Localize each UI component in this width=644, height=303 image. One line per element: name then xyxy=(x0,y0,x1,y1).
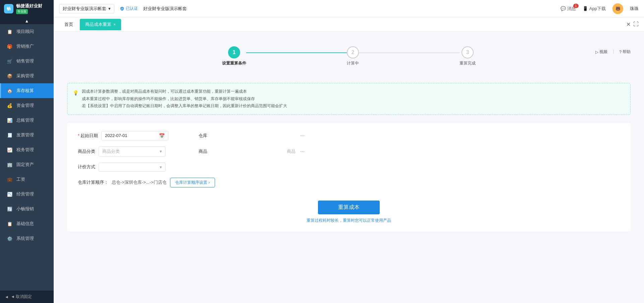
sidebar-item-tax[interactable]: 📈 税务管理 xyxy=(0,142,54,157)
category-select[interactable]: 商品分类 ▾ xyxy=(99,146,166,157)
category-placeholder: 商品分类 xyxy=(102,148,120,155)
start-date-label: * 起始日期 xyxy=(78,133,98,139)
step-3: 3 重算完成 xyxy=(460,46,476,66)
warehouse-group: 仓库 ··· xyxy=(199,133,306,139)
warehouse-select-btn[interactable]: ··· xyxy=(299,133,306,139)
warehouse-order-row: 仓库计算顺序： 总仓->深圳仓库->...->门店仓 仓库计算顺序设置 › xyxy=(78,178,620,187)
sidebar-item-label: 发票管理 xyxy=(16,132,34,138)
sidebar-item-label: 税务管理 xyxy=(16,147,34,153)
sidebar-item-purchase[interactable]: 📦 采购管理 xyxy=(0,69,54,83)
recalc-button[interactable]: 重算成本 xyxy=(318,201,380,214)
tab-close-icon[interactable]: × xyxy=(113,22,116,27)
finance-icon: 💰 xyxy=(6,102,13,109)
accounting-icon: 📊 xyxy=(6,117,13,124)
sidebar-pin-toggle[interactable]: ◄ ◄ 取消固定 xyxy=(0,291,54,303)
sidebar-item-project[interactable]: 📋 项目顾问 xyxy=(0,24,54,39)
sidebar-item-basic[interactable]: 📋 基础信息 xyxy=(0,216,54,231)
steps-help-area: ▷ 视频 | ? 帮助 xyxy=(595,49,631,55)
sidebar-item-sales[interactable]: 🛒 销售管理 xyxy=(0,54,54,69)
chevron-right-icon: › xyxy=(209,180,210,185)
recalc-tab-label: 商品成本重算 xyxy=(85,21,111,28)
sidebar-item-invoice[interactable]: 🧾 发票管理 xyxy=(0,128,54,142)
sidebar-item-label: 工资 xyxy=(16,176,25,182)
inventory-icon: 🏠 xyxy=(6,87,13,94)
step-3-label: 重算完成 xyxy=(460,60,476,66)
step-1-label: 设置重算条件 xyxy=(222,60,246,66)
sidebar-item-marketing[interactable]: 🎁 营销推广 xyxy=(0,39,54,54)
account-name: 好业财专业版演示帐套 xyxy=(63,6,106,12)
sidebar-header: 畅 畅捷通好业财 专业版 xyxy=(0,0,54,17)
system-icon: ⚙️ xyxy=(6,235,13,242)
play-icon: ▷ xyxy=(595,50,598,54)
form-row-1: * 起始日期 2022-07-01 📅 仓库 ··· xyxy=(78,131,620,140)
category-label: 商品分类 xyxy=(78,148,95,155)
sidebar-item-label: 营销推广 xyxy=(16,43,34,49)
tab-home[interactable]: 首页 xyxy=(59,19,78,30)
avatar-bear-icon: 🐻 xyxy=(615,6,621,11)
help-label: 帮助 xyxy=(623,49,631,55)
sidebar-item-label: 固定资产 xyxy=(16,162,34,168)
info-line-1: 因成本计算参数调整，或是对商品成本有疑问时，可以通过成本重算功能，重新计算一遍成… xyxy=(82,88,287,95)
warehouse-order-value: 总仓->深圳仓库->...->门店仓 xyxy=(112,179,167,185)
start-date-input[interactable]: 2022-07-01 📅 xyxy=(101,131,168,140)
sidebar-item-inventory[interactable]: 🏠 库存核算 xyxy=(0,83,54,98)
step-2-label: 计算中 xyxy=(347,60,359,66)
sidebar-item-label: 系统管理 xyxy=(16,235,34,242)
price-method-select[interactable]: ▾ xyxy=(99,163,166,172)
app-logo: 畅 xyxy=(4,4,13,13)
sidebar-item-system[interactable]: ⚙️ 系统管理 xyxy=(0,231,54,246)
video-link[interactable]: ▷ 视频 xyxy=(595,49,607,55)
assets-icon: 🏢 xyxy=(6,161,13,168)
user-avatar[interactable]: 🐻 xyxy=(612,3,623,14)
price-dropdown-icon: ▾ xyxy=(160,165,162,170)
basic-icon: 📋 xyxy=(6,220,13,227)
info-line-3: 若【系统设置】中启用了自动调整记账日期时，会调整入库单的整单记账日期，因此重新计… xyxy=(82,102,287,110)
purchase-icon: 📦 xyxy=(6,73,13,79)
main-content: 好业财专业版演示帐套 ▾ 已认证 好业财专业版演示帐套 💬 消息 1 📱 App… xyxy=(54,0,644,303)
help-link[interactable]: ? 帮助 xyxy=(619,49,631,55)
phone-icon: 📱 xyxy=(583,6,588,11)
sidebar-item-finance[interactable]: 💰 资金管理 xyxy=(0,98,54,113)
sidebar-item-label: 采购管理 xyxy=(16,73,34,79)
sidebar-nav: 📋 项目顾问 🎁 营销推广 🛒 销售管理 📦 采购管理 🏠 库存核算 💰 资金管… xyxy=(0,24,54,291)
close-window-btn[interactable]: ✕ xyxy=(626,21,631,28)
marketing-icon: 🎁 xyxy=(6,43,13,50)
app-download-label: App下载 xyxy=(589,6,606,12)
report-icon: 🔄 xyxy=(6,206,13,212)
category-dropdown-icon: ▾ xyxy=(160,149,162,154)
sidebar-item-assets[interactable]: 🏢 固定资产 xyxy=(0,157,54,172)
topbar-right: 💬 消息 1 📱 App下载 🐻 珠珠 xyxy=(560,3,639,14)
message-action[interactable]: 💬 消息 1 xyxy=(560,6,576,12)
app-title: 畅捷通好业财 xyxy=(16,3,42,9)
goods-placeholder: 商品 xyxy=(287,148,296,155)
sidebar-item-report[interactable]: 🔄 小畅报销 xyxy=(0,202,54,216)
calendar-icon[interactable]: 📅 xyxy=(159,133,165,138)
warehouse-setting-label: 仓库计算顺序设置 xyxy=(175,180,207,185)
category-group: 商品分类 商品分类 ▾ xyxy=(78,146,185,157)
sidebar-item-label: 库存核算 xyxy=(16,88,34,94)
sidebar-item-label: 资金管理 xyxy=(16,102,34,109)
goods-select-btn[interactable]: ··· xyxy=(299,148,306,155)
form-row-3: 计价方式 ▾ xyxy=(78,163,620,172)
sidebar-item-label: 项目顾问 xyxy=(16,29,34,35)
form-row-2: 商品分类 商品分类 ▾ 商品 商品 ··· xyxy=(78,146,620,157)
sidebar-item-label: 总账管理 xyxy=(16,117,34,123)
sidebar-scroll-up[interactable]: ▲ xyxy=(0,17,54,24)
warehouse-label: 仓库 xyxy=(199,133,207,139)
start-date-value: 2022-07-01 xyxy=(105,133,157,138)
message-badge: 1 xyxy=(573,4,579,8)
project-icon: 📋 xyxy=(6,28,13,35)
info-box: 💡 因成本计算参数调整，或是对商品成本有疑问时，可以通过成本重算功能，重新计算一… xyxy=(67,83,631,115)
account-selector[interactable]: 好业财专业版演示帐套 ▾ xyxy=(59,4,114,13)
expand-window-btn[interactable]: ⛶ xyxy=(633,21,639,28)
tab-recalc[interactable]: 商品成本重算 × xyxy=(80,19,121,30)
chat-icon: 💬 xyxy=(560,6,566,11)
sidebar-item-operation[interactable]: 📉 经营管理 xyxy=(0,187,54,202)
step-line-2 xyxy=(359,52,460,53)
sidebar-item-salary[interactable]: 💼 工资 xyxy=(0,172,54,187)
warehouse-order-setting-btn[interactable]: 仓库计算顺序设置 › xyxy=(170,178,215,187)
start-date-group: * 起始日期 2022-07-01 📅 xyxy=(78,131,185,140)
step-2: 2 计算中 xyxy=(347,46,359,66)
app-download-action[interactable]: 📱 App下载 xyxy=(583,6,606,12)
sidebar-item-accounting[interactable]: 📊 总账管理 xyxy=(0,113,54,128)
